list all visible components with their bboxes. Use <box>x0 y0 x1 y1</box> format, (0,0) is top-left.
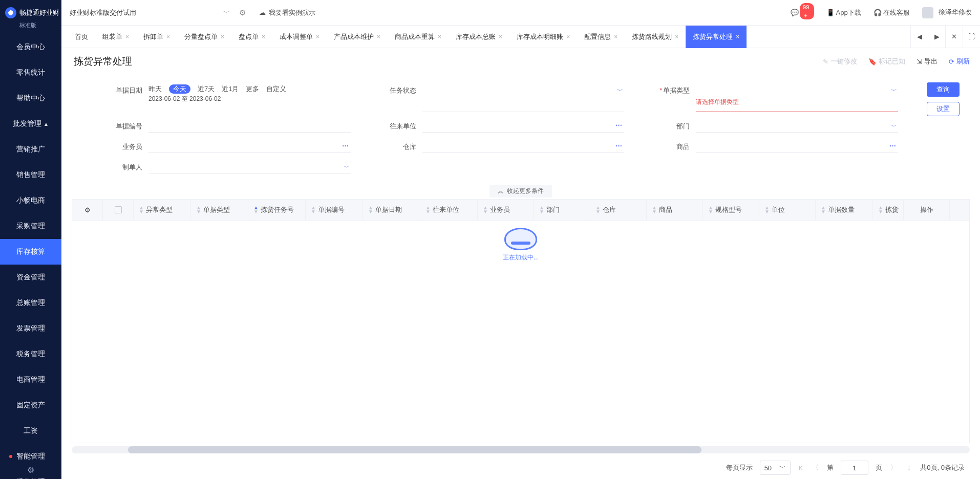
sidebar-item[interactable]: 销售管理 <box>0 162 61 188</box>
column-header[interactable]: ▲▼单位 <box>759 200 816 220</box>
tab[interactable]: 拆卸单× <box>136 26 177 48</box>
column-header[interactable]: 操作 <box>904 200 950 220</box>
close-icon[interactable]: × <box>675 33 678 40</box>
tab[interactable]: 拣货异常处理× <box>686 26 747 48</box>
dept-select[interactable]: ﹀ <box>696 120 898 133</box>
scrollbar-thumb[interactable] <box>128 446 701 453</box>
page-size-select[interactable]: 50﹀ <box>760 461 791 475</box>
sidebar-item[interactable]: 采购管理 <box>0 213 61 239</box>
sidebar-item[interactable]: 营销推广 <box>0 137 61 162</box>
close-icon[interactable]: × <box>499 33 502 40</box>
sort-icon[interactable]: ▲▼ <box>878 206 883 214</box>
column-header[interactable]: ▲▼单据数量 <box>816 200 873 220</box>
column-header[interactable]: ▲▼业务员 <box>478 200 534 220</box>
sidebar-item[interactable]: 帮助中心 <box>0 85 61 111</box>
column-header[interactable]: ▲▼商品 <box>647 200 703 220</box>
column-header[interactable]: ⚙ <box>72 200 103 220</box>
sidebar-item[interactable]: 税务管理 <box>0 341 61 367</box>
sort-icon[interactable]: ▲▼ <box>652 206 657 214</box>
sort-icon[interactable]: ▲▼ <box>595 206 601 214</box>
column-header[interactable]: ▲▼单据类型 <box>191 200 248 220</box>
tab[interactable]: 成本调整单× <box>272 26 327 48</box>
partner-picker[interactable]: ⋯ <box>422 120 625 133</box>
sidebar-item[interactable]: 会员中心 <box>0 34 61 60</box>
column-header[interactable] <box>103 200 134 220</box>
product-selector[interactable]: 好业财标准版交付试用 ﹀ <box>70 8 230 17</box>
sort-icon[interactable]: ▲▼ <box>539 206 544 214</box>
close-icon[interactable]: × <box>566 33 570 40</box>
close-icon[interactable]: × <box>166 33 170 40</box>
export-button[interactable]: ⇲导出 <box>917 57 938 66</box>
tab[interactable]: 产品成本维护× <box>327 26 388 48</box>
sort-icon[interactable]: ▲▼ <box>764 206 770 214</box>
sort-icon[interactable]: ▲▼ <box>483 206 488 214</box>
close-icon[interactable]: × <box>736 33 739 40</box>
close-icon[interactable]: × <box>262 33 265 40</box>
tab[interactable]: 盘点单× <box>231 26 272 48</box>
tab[interactable]: 首页 <box>68 26 95 48</box>
column-header[interactable]: ▲▼部门 <box>534 200 590 220</box>
sort-icon[interactable]: ▲▼ <box>821 206 826 214</box>
close-icon[interactable]: × <box>438 33 441 40</box>
date-chip[interactable]: 昨天 <box>148 84 162 94</box>
date-chip[interactable]: 自定义 <box>266 84 286 94</box>
tabs-close-all[interactable]: ✕ <box>945 26 963 48</box>
close-icon[interactable]: × <box>221 33 224 40</box>
sort-icon[interactable]: ▲▼ <box>368 206 373 214</box>
page-number-input[interactable] <box>841 461 868 475</box>
next-page-button[interactable]: 〉 <box>889 463 898 472</box>
tab[interactable]: 库存成本总账× <box>449 26 509 48</box>
tab[interactable]: 分量盘点单× <box>177 26 231 48</box>
sort-icon[interactable]: ▲▼ <box>311 206 316 214</box>
sidebar-item[interactable]: 资金管理 <box>0 265 61 290</box>
doc-type-select[interactable]: ﹀ 请选择单据类型 <box>696 84 898 112</box>
settings-icon[interactable]: ⚙ <box>239 8 246 17</box>
column-header[interactable]: ▲▼仓库 <box>590 200 647 220</box>
first-page-button[interactable]: K <box>798 464 804 472</box>
tabs-scroll-right[interactable]: ▶ <box>928 26 945 48</box>
horizontal-scrollbar[interactable] <box>72 446 970 453</box>
column-header[interactable]: ▲▼拣货任务号 <box>248 200 306 220</box>
messages-button[interactable]: 💬 消息 99＋ <box>791 8 814 17</box>
sort-icon[interactable]: ▲▼ <box>253 206 259 214</box>
sidebar-item[interactable]: 零售统计 <box>0 60 61 85</box>
column-header[interactable]: ▲▼单据日期 <box>363 200 420 220</box>
sidebar-item[interactable]: 发票管理 <box>0 316 61 341</box>
app-download-button[interactable]: 📱 App下载 <box>826 8 861 17</box>
sidebar-item[interactable]: 小畅电商 <box>0 188 61 213</box>
task-status-select[interactable]: ﹀ <box>422 84 625 112</box>
sort-icon[interactable]: ▲▼ <box>196 206 201 214</box>
close-icon[interactable]: × <box>125 33 129 40</box>
tabs-fullscreen[interactable]: ⛶ <box>963 26 980 48</box>
column-header[interactable]: ▲▼规格型号 <box>703 200 759 220</box>
sidebar-item[interactable]: 批发管理▲ <box>0 111 61 137</box>
user-menu[interactable]: 徐泽华修改 <box>922 7 972 18</box>
gear-icon[interactable]: ⚙ <box>84 206 91 214</box>
date-chip[interactable]: 近1月 <box>222 84 239 94</box>
prev-page-button[interactable]: 〈 <box>811 463 820 472</box>
last-page-button[interactable]: ⤓ <box>905 464 913 472</box>
tab[interactable]: 拣货路线规划× <box>625 26 686 48</box>
batch-edit-button[interactable]: ✎一键修改 <box>823 57 857 66</box>
sort-icon[interactable]: ▲▼ <box>425 206 431 214</box>
column-header[interactable]: ▲▼拣货 <box>873 200 904 220</box>
date-chip[interactable]: 更多 <box>246 84 259 94</box>
mark-known-button[interactable]: 🔖标记已知 <box>868 57 905 66</box>
sort-icon[interactable]: ▲▼ <box>708 206 713 214</box>
column-header[interactable]: ▲▼单据编号 <box>306 200 363 220</box>
date-chip[interactable]: 今天 <box>169 84 190 94</box>
sidebar-item[interactable]: 固定资产 <box>0 393 61 418</box>
sidebar-item[interactable]: 库存核算 <box>0 239 61 265</box>
close-icon[interactable]: × <box>377 33 380 40</box>
salesman-picker[interactable]: ⋯ <box>148 141 351 153</box>
column-header[interactable]: ▲▼异常类型 <box>134 200 191 220</box>
date-chip[interactable]: 近7天 <box>198 84 215 94</box>
maker-select[interactable]: ﹀ <box>148 161 351 173</box>
goods-picker[interactable]: ⋯ <box>696 141 898 153</box>
collapse-filters-button[interactable]: ︽ 收起更多条件 <box>489 185 552 198</box>
settings-button[interactable]: 设置 <box>927 102 960 116</box>
close-icon[interactable]: × <box>614 33 617 40</box>
tab[interactable]: 组装单× <box>95 26 136 48</box>
query-button[interactable]: 查询 <box>927 82 960 97</box>
sidebar-item[interactable]: 工资 <box>0 418 61 444</box>
